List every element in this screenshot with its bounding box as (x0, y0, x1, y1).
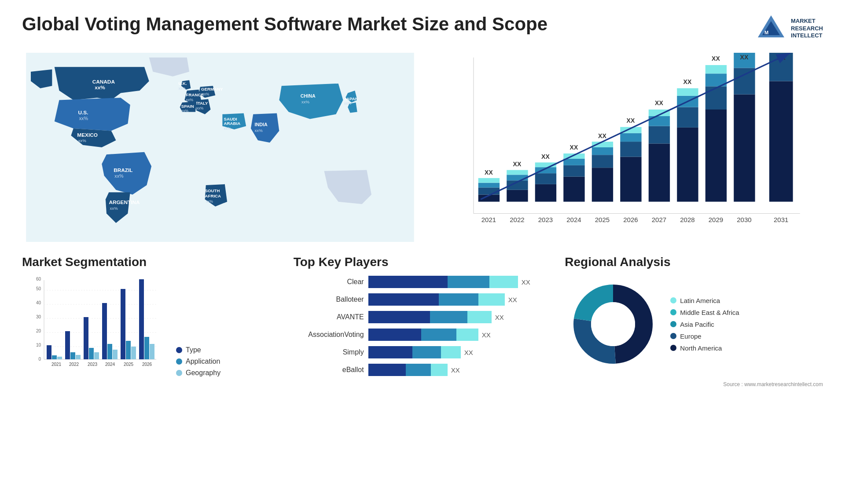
usa-value: xx% (79, 116, 88, 121)
svg-rect-81 (94, 352, 99, 359)
brazil-label: BRAZIL (114, 167, 132, 173)
segmentation-title: Market Segmentation (22, 255, 280, 269)
player-name-eballot: eBallot (294, 366, 364, 374)
north-america-dot (670, 345, 676, 351)
svg-rect-78 (76, 355, 81, 359)
svg-rect-47 (705, 110, 727, 202)
asia-pacific-dot (670, 321, 676, 327)
svg-rect-8 (478, 187, 500, 194)
svg-rect-27 (592, 168, 613, 201)
x-label-2029: 2029 (709, 216, 723, 223)
svg-text:XX: XX (655, 99, 663, 106)
regional-section: Regional Analysis (565, 251, 823, 392)
type-dot (176, 347, 182, 353)
canada-value: xx% (95, 84, 105, 91)
svg-rect-82 (102, 303, 107, 359)
legend-application: Application (176, 358, 220, 365)
argentina-value: xx% (110, 206, 118, 211)
svg-text:40: 40 (36, 300, 41, 305)
italy-label: ITALY (196, 101, 208, 106)
svg-rect-24 (563, 159, 584, 165)
svg-text:0: 0 (38, 357, 41, 362)
player-xx-avante: XX (495, 314, 504, 321)
segmentation-section: Market Segmentation 0 10 20 30 40 50 60 (22, 251, 280, 392)
india-label: INDIA (254, 122, 268, 127)
bar-2025: XX (592, 132, 613, 202)
x-label-2024: 2024 (566, 216, 581, 223)
svg-rect-9 (478, 183, 500, 188)
regional-legend: Latin America Middle East & Africa Asia … (670, 297, 739, 352)
svg-rect-75 (57, 357, 62, 359)
svg-rect-85 (121, 289, 125, 359)
x-label-2025: 2025 (595, 216, 610, 223)
bar-2028: XX (677, 78, 698, 202)
logo-text: MARKET RESEARCH INTELLECT (791, 18, 823, 40)
x-label-2026: 2026 (623, 216, 638, 223)
player-balloteer: Balloteer XX (294, 293, 552, 306)
uk-value: xx% (178, 86, 186, 91)
svg-rect-32 (620, 157, 641, 202)
europe-dot (670, 333, 676, 339)
players-list: Clear XX Balloteer (294, 276, 552, 376)
header: Global Voting Management Software Market… (22, 13, 823, 44)
svg-text:XX: XX (570, 144, 578, 151)
type-label: Type (186, 346, 201, 354)
svg-rect-12 (507, 190, 528, 202)
bar-2022: XX (507, 161, 528, 202)
x-label-2023: 2023 (538, 216, 553, 223)
svg-text:XX: XX (627, 117, 635, 124)
bar-clear: XX (368, 276, 552, 288)
svg-rect-10 (478, 178, 500, 183)
svg-text:10: 10 (36, 343, 41, 347)
svg-text:2021: 2021 (51, 362, 62, 367)
svg-text:XX: XX (598, 132, 606, 139)
player-xx-simply: XX (464, 349, 473, 356)
svg-rect-42 (677, 128, 698, 202)
europe-label: Europe (680, 332, 701, 340)
south-africa-label2: AFRICA (205, 194, 221, 198)
application-label: Application (186, 358, 220, 365)
svg-rect-33 (620, 142, 641, 157)
svg-rect-84 (113, 350, 118, 359)
svg-text:2026: 2026 (142, 362, 152, 367)
segmentation-legend: Type Application Geography (167, 346, 220, 377)
legend-north-america: North America (670, 344, 739, 352)
svg-rect-15 (507, 170, 528, 175)
geography-label: Geography (186, 369, 220, 377)
bar-2021: XX (478, 169, 500, 201)
mexico-value: xx% (78, 138, 87, 143)
svg-rect-87 (131, 347, 136, 359)
svg-rect-28 (592, 155, 613, 168)
player-associationvoting: AssociationVoting XX (294, 329, 552, 341)
india-value: xx% (254, 128, 263, 133)
svg-rect-37 (649, 143, 670, 201)
svg-rect-83 (107, 344, 112, 359)
saudi-label2: ARABIA (224, 121, 241, 126)
japan-value: xx% (344, 101, 352, 106)
svg-text:XX: XX (513, 161, 522, 168)
usa-label: U.S. (78, 110, 88, 116)
spain-label: SPAIN (181, 104, 194, 109)
svg-rect-50 (705, 65, 727, 73)
mea-dot (670, 309, 676, 315)
regional-title: Regional Analysis (565, 255, 823, 269)
player-xx-av: XX (482, 331, 491, 339)
japan-label: JAPAN (344, 96, 358, 101)
germany-value: xx% (202, 92, 209, 96)
mexico-label: MEXICO (77, 132, 98, 138)
bar-2029: XX (705, 55, 727, 201)
page-container: Global Voting Management Software Market… (0, 0, 845, 504)
player-name-clear: Clear (294, 278, 364, 286)
china-label: CHINA (301, 93, 316, 99)
bar-2031: XX (769, 53, 793, 202)
svg-rect-18 (535, 173, 556, 184)
svg-rect-52 (734, 95, 755, 202)
svg-rect-38 (649, 126, 670, 144)
china-value: xx% (301, 99, 310, 104)
player-eballot: eBallot XX (294, 364, 552, 376)
bar-avante: XX (368, 311, 552, 323)
player-name-simply: Simply (294, 348, 364, 356)
svg-text:XX: XX (712, 55, 720, 62)
player-xx-eballot: XX (451, 366, 460, 374)
legend-latin-america: Latin America (670, 297, 739, 304)
